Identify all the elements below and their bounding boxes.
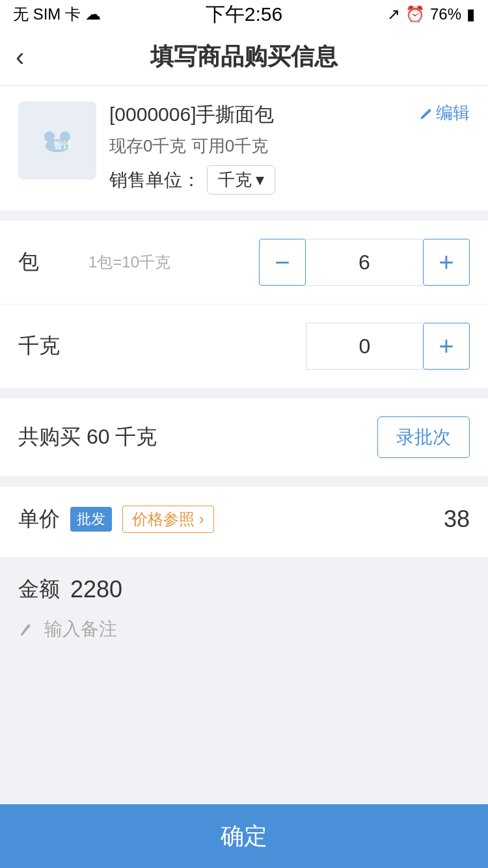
edit-label: 编辑 — [436, 102, 470, 124]
bao-input[interactable] — [306, 239, 423, 286]
unit-arrow-icon: ▾ — [256, 170, 264, 190]
edit-icon — [419, 106, 433, 120]
product-logo-icon: 智计 — [36, 120, 78, 161]
gray-fill-area — [0, 660, 488, 790]
price-row: 单价 批发 价格参照 › 38 — [18, 505, 470, 534]
price-value: 38 — [444, 506, 470, 533]
back-button[interactable]: ‹ — [16, 42, 24, 72]
record-batch-button[interactable]: 录批次 — [377, 416, 470, 458]
price-label: 单价 — [18, 505, 60, 534]
battery-level: 76% — [430, 5, 461, 23]
page-title: 填写商品购买信息 — [150, 41, 338, 73]
amount-row: 金额 2280 — [18, 575, 470, 604]
quantity-section: 包 1包=10千克 − + 千克 + — [0, 221, 488, 388]
kg-plus-button[interactable]: + — [423, 323, 470, 370]
unit-label: 销售单位： — [109, 168, 200, 193]
confirm-button[interactable]: 确定 — [0, 804, 488, 868]
alarm-icon: ⏰ — [405, 5, 425, 23]
product-name: [0000006]手撕面包 — [109, 102, 274, 128]
pencil-icon — [18, 620, 36, 638]
sim-status: 无 SIM 卡 ☁ — [13, 4, 101, 25]
amount-section: 金额 2280 输入备注 — [0, 557, 488, 660]
product-info: [0000006]手撕面包 编辑 现存0千克 可用0千克 销售单位： 千克 ▾ — [109, 102, 470, 195]
kg-row: 千克 + — [0, 305, 488, 388]
price-ref-button[interactable]: 价格参照 › — [122, 506, 214, 533]
remark-label: 输入备注 — [44, 617, 117, 642]
summary-row: 共购买 60 千克 录批次 — [0, 398, 488, 476]
amount-value: 2280 — [70, 576, 122, 603]
product-image: 智计 — [18, 102, 96, 180]
bao-label: 包 — [18, 248, 83, 277]
kg-input[interactable] — [306, 323, 423, 370]
battery-icon: ▮ — [467, 5, 475, 23]
status-bar: 无 SIM 卡 ☁ 下午2:56 ↗ ⏰ 76% ▮ — [0, 0, 488, 29]
confirm-label: 确定 — [221, 821, 267, 852]
product-unit-row: 销售单位： 千克 ▾ — [109, 165, 470, 195]
kg-label: 千克 — [18, 332, 83, 360]
unit-select[interactable]: 千克 ▾ — [207, 165, 275, 195]
status-bar-time: 下午2:56 — [206, 1, 282, 28]
bao-sublabel: 1包=10千克 — [88, 252, 259, 273]
batch-tag: 批发 — [70, 507, 112, 532]
product-name-row: [0000006]手撕面包 编辑 — [109, 102, 470, 128]
remark-row[interactable]: 输入备注 — [18, 617, 470, 642]
product-stock: 现存0千克 可用0千克 — [109, 135, 470, 157]
nav-bar: ‹ 填写商品购买信息 — [0, 29, 488, 86]
status-bar-right: ↗ ⏰ 76% ▮ — [387, 5, 475, 23]
bao-minus-button[interactable]: − — [259, 239, 306, 286]
unit-value: 千克 — [218, 169, 252, 191]
product-card: 智计 [0000006]手撕面包 编辑 现存0千克 可用0千克 销售单位： 千克… — [0, 86, 488, 210]
edit-button[interactable]: 编辑 — [419, 102, 470, 124]
summary-text: 共购买 60 千克 — [18, 423, 157, 452]
location-icon: ↗ — [387, 5, 400, 23]
bao-qty-control: − + — [259, 239, 470, 286]
bao-plus-button[interactable]: + — [423, 239, 470, 286]
bao-row: 包 1包=10千克 − + — [0, 221, 488, 305]
price-section: 单价 批发 价格参照 › 38 — [0, 487, 488, 557]
svg-text:智计: 智计 — [53, 140, 72, 150]
kg-qty-control: + — [306, 323, 470, 370]
amount-label: 金额 — [18, 575, 60, 604]
status-bar-left: 无 SIM 卡 ☁ — [13, 4, 101, 25]
